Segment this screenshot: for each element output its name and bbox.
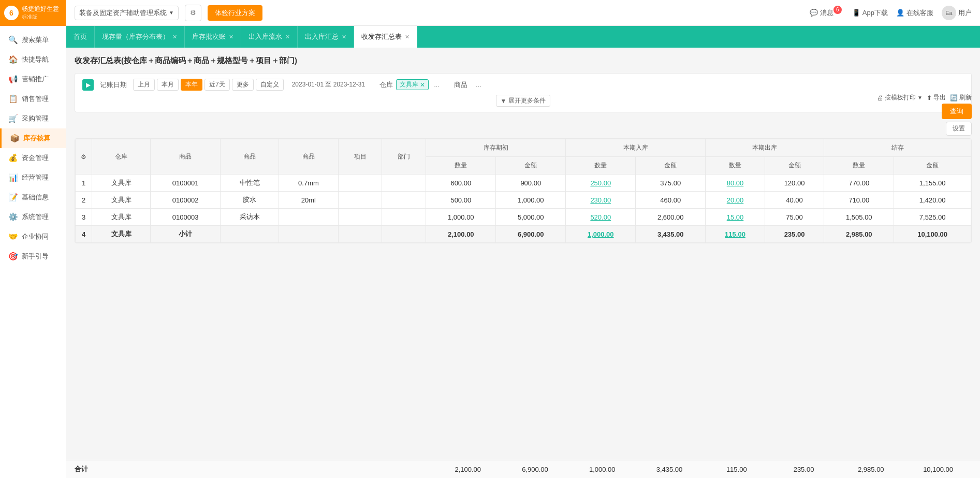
sidebar-item-inventory[interactable]: 📦 库存核算 xyxy=(0,128,66,148)
chevron-down-icon: ▼ xyxy=(917,95,923,100)
col-opening-amt: 金额 xyxy=(496,157,566,175)
subtotal-no: 4 xyxy=(76,226,92,243)
subtotal-in-qty[interactable]: 1,000.00 xyxy=(566,226,636,243)
tab-stock-dist-close[interactable]: ✕ xyxy=(172,34,177,40)
footer-opening-qty: 2,100.00 xyxy=(434,466,502,473)
tab-recv-send-summary[interactable]: 收发存汇总表 ✕ xyxy=(354,26,417,48)
tabbar: 首页 现存量（库存分布表） ✕ 库存批次账 ✕ 出入库流水 ✕ 出入库汇总 ✕ … xyxy=(66,26,980,48)
sidebar-item-label: 搜索菜单 xyxy=(22,35,49,45)
message-icon: 💬 xyxy=(810,9,818,17)
refresh-button[interactable]: 🔄 刷新 xyxy=(950,93,972,102)
row3-project xyxy=(338,209,382,226)
trial-button[interactable]: 体验行业方案 xyxy=(208,5,262,21)
col-dept-header: 部门 xyxy=(382,139,426,175)
goods-dots[interactable]: ... xyxy=(476,81,481,89)
export-icon: ⬆ xyxy=(927,94,932,102)
message-button[interactable]: 💬 消息 6 xyxy=(810,8,844,18)
settings-button[interactable]: ⚙ xyxy=(185,5,201,21)
row2-opening-amt: 1,000.00 xyxy=(496,192,566,209)
sidebar: 6 畅捷通好生意 标准版 🔍 搜索菜单 🏠 快捷导航 📢 营销推广 📋 销售管理… xyxy=(0,0,66,478)
row2-in-qty[interactable]: 230.00 xyxy=(566,192,636,209)
sidebar-item-system[interactable]: ⚙️ 系统管理 xyxy=(0,207,66,227)
table-settings-button[interactable]: 设置 xyxy=(946,122,972,136)
print-button[interactable]: 🖨 按模板打印 ▼ xyxy=(877,93,923,102)
sidebar-item-marketing[interactable]: 📢 营销推广 xyxy=(0,69,66,89)
date-btn-group: 上月 本月 本年 近7天 更多 自定义 xyxy=(133,79,284,91)
footer-opening-amt: 6,900.00 xyxy=(502,466,569,473)
row1-out-qty[interactable]: 80.00 xyxy=(706,175,765,192)
refresh-icon: 🔄 xyxy=(950,94,958,102)
col-out-qty: 数量 xyxy=(706,157,765,175)
tab-batch-close[interactable]: ✕ xyxy=(229,34,233,40)
sidebar-item-sales[interactable]: 📋 销售管理 xyxy=(0,89,66,109)
sidebar-item-quick-nav[interactable]: 🏠 快捷导航 xyxy=(0,50,66,69)
inventory-icon: 📦 xyxy=(10,134,19,143)
sidebar-item-label: 快捷导航 xyxy=(22,55,49,64)
col-goods-spec-header: 商品 xyxy=(279,139,338,175)
sidebar-item-basic-info[interactable]: 📝 基础信息 xyxy=(0,187,66,207)
row3-in-qty[interactable]: 520.00 xyxy=(566,209,636,226)
subtotal-balance-amt: 10,100.00 xyxy=(894,226,971,243)
avatar: Ea xyxy=(942,6,956,20)
row3-no: 3 xyxy=(76,209,92,226)
warehouse-tag-close[interactable]: ✕ xyxy=(420,81,425,89)
footer-out-amt: 235.00 xyxy=(770,466,838,473)
row2-warehouse: 文具库 xyxy=(92,192,151,209)
query-button[interactable]: 查询 xyxy=(942,104,972,119)
subtotal-row: 4 文具库 小计 2,100.00 6,900.00 1,000.00 3,43… xyxy=(76,226,971,243)
tab-inout-summary[interactable]: 出入库汇总 ✕ xyxy=(298,26,354,48)
tab-recv-send-summary-close[interactable]: ✕ xyxy=(405,34,409,40)
operation-icon: 📊 xyxy=(8,173,18,182)
date-btn-7days[interactable]: 近7天 xyxy=(204,79,230,91)
online-service-button[interactable]: 👤 在线客服 xyxy=(896,8,933,18)
tab-batch[interactable]: 库存批次账 ✕ xyxy=(185,26,241,48)
app-title-select[interactable]: 装备及固定资产辅助管理系统 ▼ xyxy=(75,6,179,20)
content: 收发存汇总表(按仓库＋商品编码＋商品＋规格型号＋项目＋部门) 🖨 按模板打印 ▼… xyxy=(66,48,980,478)
expand-conditions-button[interactable]: ▼ 展开更多条件 xyxy=(496,95,551,107)
chevron-down-icon: ▼ xyxy=(169,10,174,16)
row2-balance-qty: 710.00 xyxy=(824,192,894,209)
app-download-button[interactable]: 📱 App下载 xyxy=(852,8,888,18)
subtotal-empty3 xyxy=(338,226,382,243)
col-goods-code-header: 商品 xyxy=(151,139,221,175)
sidebar-item-label: 营销推广 xyxy=(22,75,49,84)
row3-out-qty[interactable]: 15.00 xyxy=(706,209,765,226)
sidebar-item-label: 新手引导 xyxy=(22,252,49,261)
row2-out-qty[interactable]: 20.00 xyxy=(706,192,765,209)
table-row: 2 文具库 0100002 胶水 20ml 500.00 1,000.00 23… xyxy=(76,192,971,209)
sidebar-item-search[interactable]: 🔍 搜索菜单 xyxy=(0,30,66,50)
user-profile[interactable]: Ea 用户 xyxy=(942,6,972,20)
warehouse-more-dots[interactable]: ... xyxy=(434,81,440,89)
search-icon: 🔍 xyxy=(8,35,18,45)
footer-empty1 xyxy=(98,466,166,473)
service-icon: 👤 xyxy=(896,9,904,17)
sidebar-item-guide[interactable]: 🎯 新手引导 xyxy=(0,247,66,266)
date-btn-last-month[interactable]: 上月 xyxy=(133,79,155,91)
tab-inout-summary-close[interactable]: ✕ xyxy=(342,34,346,40)
tab-home[interactable]: 首页 xyxy=(66,26,95,48)
sidebar-item-purchase[interactable]: 🛒 采购管理 xyxy=(0,109,66,128)
date-btn-custom[interactable]: 自定义 xyxy=(256,79,284,91)
tab-inout-flow-close[interactable]: ✕ xyxy=(285,34,290,40)
tab-inout-flow[interactable]: 出入库流水 ✕ xyxy=(241,26,298,48)
footer-empty4 xyxy=(300,466,367,473)
filter-collapse-button[interactable]: ▶ xyxy=(82,79,94,91)
sidebar-item-finance[interactable]: 💰 资金管理 xyxy=(0,148,66,168)
col-out-header: 本期出库 xyxy=(706,139,824,157)
tab-batch-label: 库存批次账 xyxy=(192,32,226,41)
tab-stock-dist-label: 现存量（库存分布表） xyxy=(102,32,169,41)
sidebar-item-operation[interactable]: 📊 经营管理 xyxy=(0,168,66,187)
subtotal-warehouse: 文具库 xyxy=(92,226,151,243)
row2-out-amt: 40.00 xyxy=(765,192,824,209)
row1-goods-code: 0100001 xyxy=(151,175,221,192)
date-btn-this-month[interactable]: 本月 xyxy=(157,79,179,91)
row1-in-qty[interactable]: 250.00 xyxy=(566,175,636,192)
sidebar-item-enterprise[interactable]: 🤝 企业协同 xyxy=(0,227,66,247)
tab-stock-dist[interactable]: 现存量（库存分布表） ✕ xyxy=(95,26,185,48)
export-button[interactable]: ⬆ 导出 xyxy=(927,93,946,102)
date-btn-more[interactable]: 更多 xyxy=(232,79,254,91)
col-settings[interactable]: ⚙ xyxy=(76,139,92,175)
date-btn-this-year[interactable]: 本年 xyxy=(181,79,202,91)
message-badge: 6 xyxy=(833,6,842,14)
subtotal-out-qty[interactable]: 115.00 xyxy=(706,226,765,243)
